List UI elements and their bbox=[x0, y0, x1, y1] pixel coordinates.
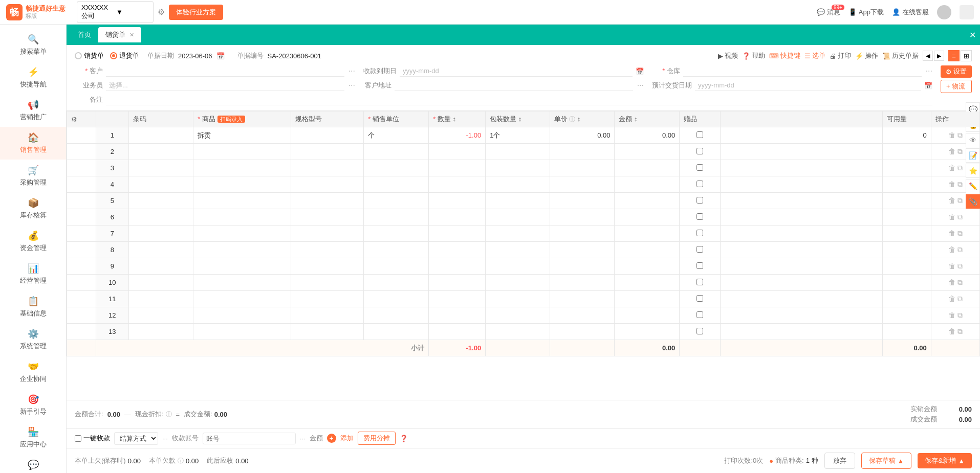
salesperson-input[interactable] bbox=[106, 80, 344, 91]
float-btn-orange[interactable]: 📎 bbox=[966, 194, 980, 209]
settings-icon[interactable]: ⚙ bbox=[158, 7, 165, 17]
save-new-button[interactable]: 保存&新增 ▲ bbox=[918, 453, 972, 468]
delete-icon[interactable]: 🗑 bbox=[948, 213, 955, 221]
toolbar-history[interactable]: 📜 历史单据 bbox=[882, 51, 919, 60]
sidebar-item-wechat[interactable]: 💬 企业微信 bbox=[0, 454, 66, 473]
payment-account-input[interactable] bbox=[203, 433, 296, 444]
add-payment-button[interactable]: + bbox=[327, 434, 336, 443]
copy-icon[interactable]: ⧉ bbox=[957, 196, 963, 205]
due-date-input[interactable] bbox=[400, 65, 633, 77]
row-amount-1[interactable]: 0.00 bbox=[615, 127, 680, 144]
row-spec-1[interactable] bbox=[291, 127, 364, 144]
customer-input[interactable] bbox=[106, 65, 344, 77]
copy-icon[interactable]: ⧉ bbox=[957, 164, 963, 172]
customer-address-input[interactable] bbox=[395, 80, 633, 91]
save-draft-button[interactable]: 保存草稿 ▲ bbox=[861, 453, 912, 469]
warehouse-input[interactable]: 建材仓 bbox=[683, 65, 922, 77]
payment-method-dots[interactable]: ··· bbox=[162, 435, 168, 442]
float-btn-eye[interactable]: 👁 bbox=[966, 133, 980, 147]
expected-delivery-input[interactable] bbox=[695, 80, 921, 91]
gift-checkbox[interactable] bbox=[696, 197, 703, 204]
calendar-icon-delivery[interactable]: 📅 bbox=[924, 82, 932, 89]
gift-checkbox[interactable] bbox=[696, 230, 703, 236]
gift-checkbox[interactable] bbox=[696, 246, 703, 253]
next-btn[interactable]: ▶ bbox=[934, 51, 944, 61]
sidebar-item-shortcut[interactable]: ⚡ 快捷导航 bbox=[0, 61, 66, 94]
delete-icon[interactable]: 🗑 bbox=[948, 164, 955, 172]
copy-icon[interactable]: ⧉ bbox=[957, 311, 963, 320]
app-download-item[interactable]: 📱 App下载 bbox=[848, 8, 884, 17]
delete-icon[interactable]: 🗑 bbox=[948, 278, 955, 287]
copy-icon[interactable]: ⧉ bbox=[957, 327, 963, 336]
toolbar-video[interactable]: ▶ 视频 bbox=[718, 51, 738, 60]
radio-return[interactable]: 退货单 bbox=[110, 51, 139, 60]
tab-close-all[interactable]: ✕ bbox=[969, 30, 976, 40]
logistics-button[interactable]: + 物流 bbox=[941, 80, 972, 93]
copy-icon[interactable]: ⧉ bbox=[957, 278, 963, 287]
expense-help-icon[interactable]: ❓ bbox=[400, 435, 408, 442]
delete-icon[interactable]: 🗑 bbox=[948, 229, 955, 238]
gift-checkbox-1[interactable] bbox=[696, 131, 703, 138]
tab-sales-order[interactable]: 销货单 ✕ bbox=[98, 27, 141, 42]
company-selector[interactable]: XXXXXX公司 ▼ bbox=[77, 1, 154, 23]
row-goods-1[interactable]: 拆贡 bbox=[193, 127, 291, 144]
payment-method-select[interactable]: 结算方式 bbox=[114, 432, 158, 445]
gift-checkbox[interactable] bbox=[696, 295, 703, 302]
gift-checkbox[interactable] bbox=[696, 311, 703, 318]
float-btn-edit[interactable]: ✏️ bbox=[966, 179, 980, 193]
gift-checkbox[interactable] bbox=[696, 213, 703, 220]
gift-checkbox[interactable] bbox=[696, 181, 703, 187]
row-qty-1[interactable]: -1.00 bbox=[429, 127, 486, 144]
delete-icon[interactable]: 🗑 bbox=[948, 311, 955, 320]
price-info-icon[interactable]: ⓘ bbox=[569, 116, 575, 123]
row-price-1[interactable]: 0.00 bbox=[550, 127, 615, 144]
sidebar-item-guide[interactable]: 🎯 新手引导 bbox=[0, 389, 66, 421]
sidebar-item-finance[interactable]: 💰 资金管理 bbox=[0, 225, 66, 258]
view-list-btn[interactable]: ≡ bbox=[948, 50, 960, 61]
cash-discount-info-icon[interactable]: ⓘ bbox=[166, 410, 172, 419]
radio-sales[interactable]: 销货单 bbox=[75, 51, 104, 60]
sidebar-item-search[interactable]: 🔍 搜索菜单 bbox=[0, 29, 66, 61]
toolbar-shortcut[interactable]: ⌨ 快捷键 bbox=[769, 51, 800, 60]
gift-checkbox[interactable] bbox=[696, 148, 703, 154]
gift-checkbox[interactable] bbox=[696, 328, 703, 334]
trial-button[interactable]: 体验行业方案 bbox=[169, 5, 223, 20]
gift-checkbox[interactable] bbox=[696, 262, 703, 269]
sidebar-item-purchase[interactable]: 🛒 采购管理 bbox=[0, 160, 66, 192]
delete-icon[interactable]: 🗑 bbox=[948, 327, 955, 336]
table-settings-icon[interactable]: ⚙ bbox=[71, 116, 77, 123]
sort-icon-price[interactable]: ↕ bbox=[577, 115, 581, 123]
avatar[interactable] bbox=[937, 5, 951, 19]
delete-icon[interactable]: 🗑 bbox=[948, 196, 955, 205]
calendar-icon-due[interactable]: 📅 bbox=[636, 67, 644, 75]
row-gift-1[interactable] bbox=[680, 127, 720, 144]
copy-icon[interactable]: ⧉ bbox=[957, 229, 963, 238]
gift-checkbox[interactable] bbox=[696, 279, 703, 285]
row-pack-1[interactable]: 1个 bbox=[486, 127, 550, 144]
address-dots[interactable]: ··· bbox=[637, 81, 644, 90]
quick-pay-label[interactable]: 一键收款 bbox=[75, 434, 110, 443]
sidebar-item-enterprise[interactable]: 🤝 企业协同 bbox=[0, 356, 66, 389]
sort-icon-amount[interactable]: ↕ bbox=[634, 115, 638, 123]
view-grid-btn[interactable]: ⊞ bbox=[961, 50, 972, 61]
copy-icon-1[interactable]: ⧉ bbox=[957, 131, 963, 140]
toolbar-print[interactable]: 🖨 打印 bbox=[830, 51, 851, 60]
toolbar-help[interactable]: ❓ 帮助 bbox=[742, 51, 765, 60]
delete-icon[interactable]: 🗑 bbox=[948, 245, 955, 254]
sidebar-item-sales[interactable]: 🏠 销售管理 bbox=[0, 127, 66, 160]
delete-icon[interactable]: 🗑 bbox=[948, 147, 955, 156]
row-desc-1[interactable] bbox=[720, 127, 882, 144]
toolbar-select[interactable]: ☰ 选单 bbox=[804, 51, 825, 60]
sidebar-item-appstore[interactable]: 🏪 应用中心 bbox=[0, 421, 66, 454]
row-unit-1[interactable]: 个 bbox=[364, 127, 429, 144]
copy-icon[interactable]: ⧉ bbox=[957, 245, 963, 254]
expense-button[interactable]: 费用分摊 bbox=[358, 432, 396, 445]
setting-button[interactable]: ⚙ 设置 bbox=[941, 65, 972, 78]
warehouse-dots[interactable]: ··· bbox=[926, 66, 932, 76]
scan-button[interactable]: 扫码录入 bbox=[217, 116, 245, 123]
float-btn-star[interactable]: ⭐ bbox=[966, 164, 980, 178]
abandon-button[interactable]: 放弃 bbox=[824, 453, 855, 469]
toolbar-operate[interactable]: ⚡ 操作 bbox=[855, 51, 878, 60]
prev-btn[interactable]: ◀ bbox=[923, 51, 933, 61]
gift-checkbox[interactable] bbox=[696, 164, 703, 171]
